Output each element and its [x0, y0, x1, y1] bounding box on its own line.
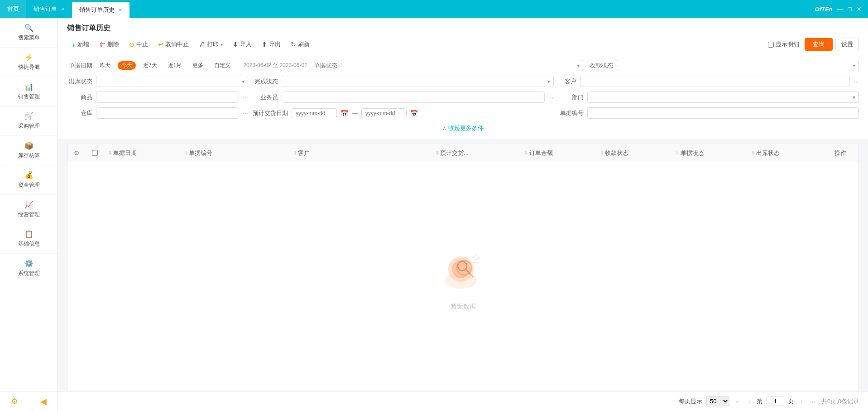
date-shortcut-last1month[interactable]: 近1月 [164, 61, 186, 70]
page-title: 销售订单历史 [67, 24, 859, 33]
show-detail-checkbox-wrapper: 显示明细 [768, 40, 799, 48]
print-icon: 🖨 [199, 41, 205, 48]
import-button[interactable]: ⬇ 导入 [228, 39, 256, 50]
system-mgmt-icon: ⚙️ [24, 259, 34, 268]
page-header: 销售订单历史 + 新增 🗑 删除 ⊘ 中止 ↩ 取消中止 [58, 18, 868, 55]
first-page-button[interactable]: « [733, 397, 742, 406]
date-shortcut-yesterday[interactable]: 昨天 [96, 61, 114, 70]
filter-warehouse: 仓库 ··· [67, 107, 248, 119]
sidebar-item-sales-mgmt[interactable]: 📊 销售管理 [0, 77, 58, 106]
page-size-select[interactable]: 50 10 20 100 [706, 396, 729, 406]
date-shortcut-more[interactable]: 更多 [189, 61, 207, 70]
sidebar-item-purchase-mgmt[interactable]: 🛒 采购管理 [0, 106, 58, 136]
department-select[interactable] [587, 92, 859, 103]
import-icon: ⬇ [233, 41, 238, 48]
stop-button[interactable]: ⊘ 中止 [125, 39, 153, 50]
customer-label: 客户 [558, 77, 576, 86]
next-page-button[interactable]: › [797, 397, 805, 406]
show-detail-checkbox[interactable] [768, 42, 774, 48]
bill-status-select-wrapper: ▾ [341, 60, 583, 71]
goods-ellipsis-icon[interactable]: ··· [243, 94, 248, 101]
tab-home[interactable]: 首页 [0, 0, 26, 18]
window-close-icon[interactable]: ✕ [856, 5, 862, 13]
warehouse-ellipsis-icon[interactable]: ··· [243, 110, 248, 117]
sort-icon-amount[interactable]: ⇅ [524, 150, 528, 155]
export-button[interactable]: ⬆ 导出 [257, 39, 285, 50]
complete-status-select[interactable] [282, 76, 554, 87]
sidebar-item-search-menu[interactable]: 🔍 搜索菜单 [0, 18, 58, 48]
sidebar-item-finance[interactable]: 💰 资金管理 [0, 165, 58, 195]
date-shortcut-today[interactable]: 今天 [118, 61, 136, 70]
col-checkbox[interactable] [86, 150, 104, 156]
delete-button[interactable]: 🗑 删除 [95, 39, 124, 50]
sort-icon-customer[interactable]: ⇅ [293, 150, 297, 155]
sort-icon-bill-date[interactable]: ⇅ [108, 150, 112, 155]
sidebar: 🔍 搜索菜单 ⚡ 快捷导航 📊 销售管理 🛒 采购管理 📦 库存核算 💰 资金管… [0, 18, 58, 411]
customer-ellipsis-icon[interactable]: ··· [854, 78, 859, 85]
filter-expected-date: 预计交货日期 📅 — 📅 [253, 108, 554, 118]
sidebar-settings-icon[interactable]: ⚙ [11, 396, 18, 406]
date-shortcut-last7[interactable]: 近7天 [139, 61, 161, 70]
expected-date-start[interactable] [292, 108, 337, 118]
col-receipt-status: ⇅ 收款状态 [595, 149, 671, 157]
out-status-select[interactable] [96, 76, 248, 87]
goods-input[interactable] [96, 92, 239, 103]
settings-button[interactable]: 设置 [835, 38, 859, 51]
inventory-label: 库存核算 [18, 152, 40, 160]
window-maximize-icon[interactable]: □ [848, 5, 852, 13]
sidebar-item-inventory[interactable]: 📦 库存核算 [0, 136, 58, 165]
print-button[interactable]: 🖨 打印 ▾ [194, 39, 227, 50]
bill-status-select[interactable] [341, 60, 583, 71]
filter-date: 单据日期 昨天 今天 近7天 近1月 更多 自定义 2023-06-02 至 2… [67, 61, 307, 70]
sort-icon-bill-number[interactable]: ⇅ [184, 150, 187, 155]
prev-page-button[interactable]: ‹ [746, 397, 753, 406]
refresh-icon: ↻ [291, 41, 296, 48]
sidebar-toggle-icon[interactable]: ◀ [40, 396, 47, 406]
page-size-label: 每页显示 [679, 397, 702, 406]
sales-order-history-close-icon[interactable]: ✕ [118, 7, 122, 13]
sidebar-item-operations[interactable]: 📈 经营管理 [0, 195, 58, 224]
tab-sales-order[interactable]: 销售订单 ✕ [26, 0, 72, 18]
col-expected-delivery: ⇅ 预计交货... [431, 149, 520, 157]
salesperson-input[interactable] [282, 92, 545, 103]
query-button[interactable]: 查询 [805, 38, 833, 51]
bill-number-label: 单据编号 [558, 109, 584, 117]
salesperson-ellipsis-icon[interactable]: ··· [548, 94, 554, 101]
export-icon: ⬆ [262, 41, 267, 48]
receipt-status-select[interactable] [617, 60, 859, 71]
sales-order-close-icon[interactable]: ✕ [61, 6, 65, 12]
customer-input[interactable] [580, 76, 850, 87]
expected-date-end[interactable] [361, 108, 407, 118]
cancel-stop-button[interactable]: ↩ 取消中止 [153, 39, 193, 50]
tab-sales-order-history[interactable]: 销售订单历史 ✕ [72, 2, 129, 18]
goods-label: 商品 [67, 93, 92, 102]
table-area: ⚙ ⇅ 单据日期 ⇅ 单据编号 ⇅ 客户 ⇅ [67, 144, 859, 391]
collapse-btn[interactable]: ∧ 收起更多条件 [67, 122, 859, 134]
sidebar-item-basic-info[interactable]: 📋 基础信息 [0, 224, 58, 254]
window-minimize-icon[interactable]: — [837, 5, 844, 13]
col-settings[interactable]: ⚙ [67, 150, 86, 157]
sort-icon-receipt[interactable]: ⇅ [600, 150, 604, 155]
bill-number-input[interactable] [587, 107, 859, 119]
filter-row-1: 单据日期 昨天 今天 近7天 近1月 更多 自定义 2023-06-02 至 2… [67, 60, 859, 71]
svg-line-9 [473, 262, 479, 263]
date-shortcut-custom[interactable]: 自定义 [211, 61, 234, 70]
sort-icon-bill-st[interactable]: ⇅ [676, 150, 679, 155]
sort-icon-out-st[interactable]: ⇅ [751, 150, 755, 155]
svg-point-2 [452, 260, 470, 278]
filter-customer: 客户 ··· [558, 76, 859, 87]
warehouse-input[interactable] [96, 107, 239, 119]
last-page-button[interactable]: » [809, 397, 818, 406]
select-all-checkbox[interactable] [92, 150, 98, 156]
calendar-end-icon[interactable]: 📅 [410, 110, 418, 117]
operations-label: 经营管理 [18, 211, 40, 218]
refresh-button[interactable]: ↻ 刷新 [286, 39, 314, 50]
calendar-start-icon[interactable]: 📅 [340, 110, 348, 117]
sidebar-item-system-mgmt[interactable]: ⚙️ 系统管理 [0, 254, 58, 283]
new-button[interactable]: + 新增 [67, 39, 94, 50]
sort-icon-delivery[interactable]: ⇅ [435, 150, 439, 155]
operations-icon: 📈 [24, 200, 34, 209]
current-page-input[interactable] [766, 396, 784, 406]
system-mgmt-label: 系统管理 [18, 270, 40, 277]
sidebar-item-quick-nav[interactable]: ⚡ 快捷导航 [0, 48, 58, 77]
